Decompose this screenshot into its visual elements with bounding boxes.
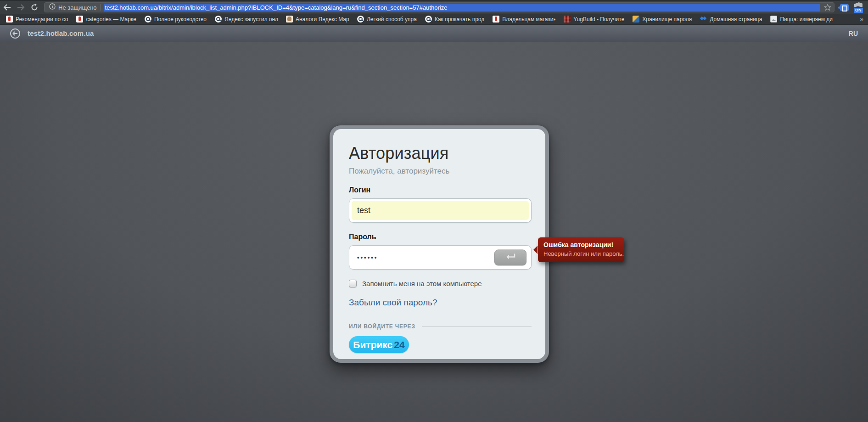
bookmark-label: Яндекс запустил онл (224, 16, 278, 23)
forward-button[interactable] (14, 1, 28, 13)
chip-divider (101, 4, 101, 11)
bookmark-label: Владельцам магазин (502, 16, 555, 23)
bookmark-label: categories — Марке (86, 16, 136, 23)
bookmark-favicon (564, 16, 571, 23)
bookmark-item[interactable]: Яндекс запустил онл (211, 14, 282, 24)
language-switcher[interactable]: RU (849, 30, 858, 37)
bookmark-favicon (357, 16, 364, 23)
bookmark-favicon (493, 16, 499, 23)
extensions-area: ON (838, 2, 868, 13)
bookmark-favicon (700, 16, 707, 23)
extension-on-badge: ON (854, 8, 863, 13)
bookmark-star-icon[interactable] (824, 4, 831, 11)
browser-window: Не защищено test2.hotlab.com.ua/bitrix/a… (0, 0, 868, 422)
bookmark-favicon (145, 16, 151, 23)
bookmark-item[interactable]: Полное руководство (140, 14, 211, 24)
bookmark-label: Хранилище пароля (642, 16, 692, 23)
bookmarks-list: Рекомендации по со categories — Марке По… (2, 14, 837, 24)
bookmark-favicon (770, 16, 777, 23)
bookmark-label: Как прокачать прод (435, 16, 484, 23)
bookmark-favicon (633, 16, 639, 23)
bookmark-item[interactable]: Рекомендации по со (2, 14, 72, 24)
divider-line (422, 326, 532, 327)
extension-flag-icon[interactable]: ON (853, 2, 863, 13)
bookmark-item[interactable]: Домашняя страница (696, 14, 766, 24)
bookmark-item[interactable]: Хранилище пароля (628, 14, 696, 24)
password-field-frame: •••••• (349, 245, 532, 270)
bookmark-item[interactable]: Как прокачать прод (421, 14, 488, 24)
enter-arrow-icon (504, 253, 516, 262)
flag-icon (854, 2, 862, 7)
bookmark-item[interactable]: Аналоги Яндекс Мар (282, 14, 353, 24)
browser-toolbar: Не защищено test2.hotlab.com.ua/bitrix/a… (0, 0, 868, 14)
security-chip[interactable]: Не защищено (47, 3, 101, 11)
page-background: Авторизация Пожалуйста, авторизуйтесь Ло… (0, 42, 868, 422)
bookmark-favicon (286, 16, 293, 23)
back-arrow-icon (12, 29, 18, 38)
bookmark-favicon (76, 16, 83, 23)
remember-me-checkbox[interactable] (349, 280, 357, 287)
bookmark-item[interactable]: Легкий способ упра (353, 14, 421, 24)
bookmark-item[interactable]: Пицца: измеряем ди (766, 14, 837, 24)
address-bar[interactable]: Не защищено test2.hotlab.com.ua/bitrix/a… (44, 2, 834, 12)
password-label: Пароль (349, 233, 532, 241)
refresh-button[interactable] (28, 1, 41, 13)
auth-card: Авторизация Пожалуйста, авторизуйтесь Ло… (330, 125, 549, 363)
auth-error-tooltip: Ошибка авторизации! Неверный логин или п… (538, 237, 624, 262)
bookmark-label: Домашняя страница (710, 16, 762, 23)
bookmark-label: Полное руководство (154, 16, 207, 23)
error-message: Неверный логин или пароль. (543, 250, 619, 257)
login-field-frame: test (349, 198, 532, 223)
bitrix-brand-text: Битрикс (353, 339, 392, 350)
bookmark-item[interactable]: YugBuild - Получите (560, 14, 628, 24)
bookmark-item[interactable]: categories — Марке (72, 14, 140, 24)
auth-title: Авторизация (349, 144, 532, 163)
bookmark-label: YugBuild - Получите (573, 16, 624, 23)
site-header: test2.hotlab.com.ua RU (0, 24, 868, 42)
site-back-button[interactable] (10, 28, 20, 39)
bitrix-number-text: 24 (394, 339, 404, 350)
remember-me-row[interactable]: Запомнить меня на этом компьютере (349, 280, 532, 287)
divider-label: ИЛИ ВОЙДИТЕ ЧЕРЕЗ (349, 323, 415, 330)
login-label: Логин (349, 186, 532, 194)
bookmark-favicon (6, 16, 13, 23)
url-input[interactable]: test2.hotlab.com.ua/bitrix/admin/iblock_… (104, 4, 820, 11)
site-domain[interactable]: test2.hotlab.com.ua (28, 29, 94, 37)
forward-icon (17, 4, 25, 11)
security-label: Не защищено (58, 4, 97, 11)
auth-subtitle: Пожалуйста, авторизуйтесь (349, 167, 532, 176)
refresh-icon (31, 4, 38, 11)
extension-tag-icon[interactable] (840, 4, 849, 11)
bitrix24-login-button[interactable]: Битрикс 24 (349, 336, 409, 353)
forgot-password-link[interactable]: Забыли свой пароль? (349, 298, 437, 308)
social-login-divider: ИЛИ ВОЙДИТЕ ЧЕРЕЗ (349, 323, 532, 330)
bookmark-item[interactable]: Владельцам магазин (488, 14, 560, 24)
submit-login-button[interactable] (494, 249, 526, 265)
bookmarks-overflow-chevron[interactable]: » (857, 16, 866, 23)
error-title: Ошибка авторизации! (543, 241, 619, 248)
login-input[interactable]: test (352, 201, 529, 220)
bookmark-favicon (425, 16, 432, 23)
back-icon (3, 4, 11, 11)
bookmark-label: Пицца: измеряем ди (780, 16, 833, 23)
bookmark-label: Аналоги Яндекс Мар (296, 16, 349, 23)
back-button[interactable] (0, 1, 14, 13)
bookmark-label: Легкий способ упра (367, 16, 417, 23)
info-icon (49, 3, 56, 11)
remember-me-label: Запомнить меня на этом компьютере (362, 280, 482, 287)
bookmarks-bar: Рекомендации по со categories — Марке По… (0, 14, 868, 24)
bookmark-favicon (215, 16, 222, 23)
auth-card-inner: Авторизация Пожалуйста, авторизуйтесь Ло… (333, 129, 545, 359)
bookmark-label: Рекомендации по со (16, 16, 68, 23)
